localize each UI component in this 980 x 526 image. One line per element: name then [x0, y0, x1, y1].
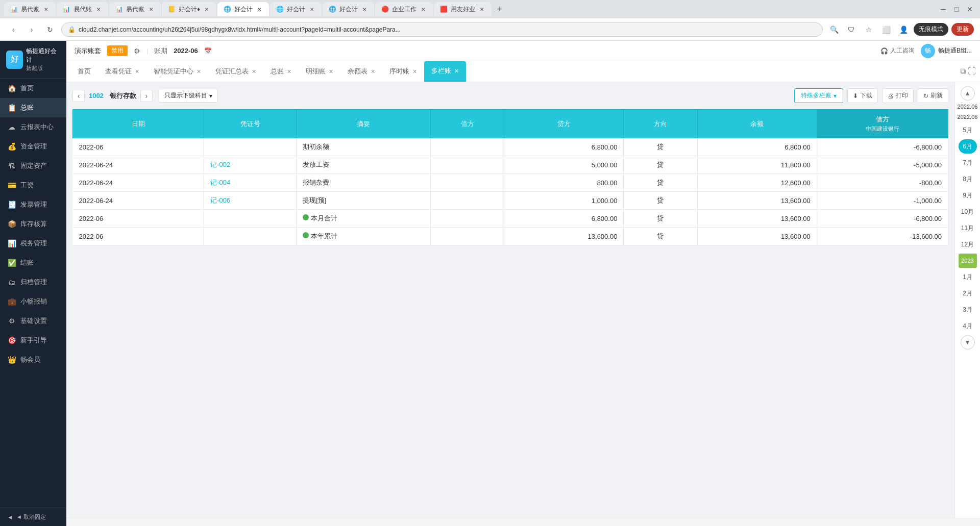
month-5-button[interactable]: 5月	[959, 123, 977, 137]
tab-balance-close[interactable]: ✕	[371, 68, 375, 75]
tab-voucher-close[interactable]: ✕	[135, 68, 139, 75]
maximize-button[interactable]: □	[950, 3, 963, 15]
cell-voucher-3[interactable]: 记-006	[204, 192, 297, 210]
shield-icon[interactable]: 🛡	[844, 22, 859, 37]
sidebar-item-guide[interactable]: 🎯 新手引导	[0, 331, 66, 350]
tab-close-0[interactable]: ✕	[42, 6, 50, 13]
next-subject-button[interactable]: ›	[140, 90, 153, 102]
month-9-button[interactable]: 9月	[959, 188, 977, 203]
month-8-button[interactable]: 8月	[959, 172, 977, 186]
sidebar-item-ledger[interactable]: 📋 总账	[0, 98, 66, 117]
month-7-button[interactable]: 7月	[959, 156, 977, 170]
tab-close-2[interactable]: ✕	[148, 6, 155, 13]
extensions-icon[interactable]: ⬜	[879, 22, 893, 37]
sidebar-item-fund[interactable]: 💰 资金管理	[0, 137, 66, 156]
sidebar-item-member[interactable]: 👑 畅会员	[0, 350, 66, 369]
refresh-button[interactable]: ↻ 刷新	[918, 88, 948, 103]
forward-button[interactable]: ›	[24, 22, 39, 37]
month-10-button[interactable]: 10月	[959, 205, 977, 219]
month-12-button[interactable]: 12月	[959, 237, 977, 252]
user-profile-icon[interactable]: 👤	[896, 22, 911, 37]
browser-tab-6[interactable]: 🌐 好会计 ✕	[323, 2, 374, 16]
sidebar-item-assets[interactable]: 🏗 固定资产	[0, 156, 66, 176]
print-button[interactable]: 🖨 打印	[882, 88, 914, 103]
browser-tab-0[interactable]: 📊 易代账 ✕	[4, 2, 56, 16]
minimize-button[interactable]: ─	[937, 3, 949, 15]
tab-close-7[interactable]: ✕	[420, 6, 427, 13]
voucher-link-1[interactable]: 记-002	[210, 161, 230, 168]
tab-summary-close[interactable]: ✕	[252, 68, 256, 75]
reload-button[interactable]: ↻	[43, 22, 57, 37]
back-button[interactable]: ‹	[6, 22, 20, 37]
special-multicolumn-button[interactable]: 特殊多栏账 ▾	[794, 88, 843, 103]
tab-balance[interactable]: 余额表 ✕	[340, 62, 382, 81]
tab-detail[interactable]: 明细账 ✕	[299, 62, 340, 81]
tab-voucher[interactable]: 查看凭证 ✕	[98, 62, 146, 81]
sidebar-item-expense[interactable]: 💼 小畅报销	[0, 292, 66, 311]
month-2-button[interactable]: 2月	[959, 286, 977, 300]
tab-close-1[interactable]: ✕	[95, 6, 102, 13]
tab-collapse-button[interactable]: ⧉	[960, 67, 966, 76]
browser-tab-4[interactable]: 🌐 好会计 ✕	[217, 2, 269, 16]
new-tab-button[interactable]: +	[493, 2, 507, 16]
month-3-button[interactable]: 3月	[959, 303, 977, 317]
browser-tab-1[interactable]: 📊 易代账 ✕	[57, 2, 108, 16]
browser-tab-7[interactable]: 🔴 企业工作 ✕	[375, 2, 433, 16]
tab-home[interactable]: 首页	[70, 62, 98, 81]
tab-close-4[interactable]: ✕	[256, 6, 263, 13]
tab-general-close[interactable]: ✕	[287, 68, 291, 75]
tab-sequence[interactable]: 序时账 ✕	[382, 62, 424, 81]
sidebar-item-invoice[interactable]: 🧾 发票管理	[0, 195, 66, 214]
month-4-button[interactable]: 4月	[959, 319, 977, 333]
browser-tab-5[interactable]: 🌐 好会计 ✕	[270, 2, 322, 16]
filter-select[interactable]: 只显示下级科目 ▾	[159, 89, 218, 103]
wuhen-button[interactable]: 无痕模式	[914, 23, 948, 36]
browser-tab-8[interactable]: 🟥 用友好业 ✕	[434, 2, 492, 16]
tab-close-5[interactable]: ✕	[308, 6, 315, 13]
tab-smart-close[interactable]: ✕	[197, 68, 201, 75]
url-bar[interactable]: 🔒 cloud2.chanjet.com/accounting/uh26t264…	[61, 22, 823, 37]
tab-smart-voucher[interactable]: 智能凭证中心 ✕	[146, 62, 208, 81]
cell-voucher-1[interactable]: 记-002	[204, 156, 297, 174]
search-icon[interactable]: 🔍	[827, 22, 841, 37]
tab-close-8[interactable]: ✕	[478, 6, 485, 13]
voucher-link-3[interactable]: 记-006	[210, 196, 230, 204]
month-6-button[interactable]: 6月	[959, 139, 977, 154]
demo-badge[interactable]: 禁用	[107, 45, 128, 56]
tab-voucher-summary[interactable]: 凭证汇总表 ✕	[208, 62, 263, 81]
tab-detail-close[interactable]: ✕	[329, 68, 333, 75]
browser-tab-3[interactable]: 📒 好会计♦ ✕	[162, 2, 216, 16]
star-icon[interactable]: ☆	[862, 22, 876, 37]
voucher-link-2[interactable]: 记-004	[210, 179, 230, 186]
tab-close-3[interactable]: ✕	[203, 6, 210, 13]
sidebar-item-close[interactable]: ✅ 结账	[0, 253, 66, 272]
download-button[interactable]: ⬇ 下载	[847, 88, 878, 103]
tab-expand-button[interactable]: ⛶	[968, 67, 976, 76]
bottom-scrollbar[interactable]	[66, 518, 980, 526]
sidebar-item-settings[interactable]: ⚙ 基础设置	[0, 311, 66, 331]
sidebar-footer[interactable]: ◄ ◄ 取消固定	[0, 508, 66, 526]
sidebar-item-home[interactable]: 🏠 首页	[0, 79, 66, 98]
settings-btn[interactable]: ⚙	[134, 47, 140, 55]
tab-general-ledger[interactable]: 总账 ✕	[263, 62, 299, 81]
month-1-button[interactable]: 1月	[959, 270, 977, 284]
sidebar-item-tax[interactable]: 📊 税务管理	[0, 234, 66, 253]
user-info[interactable]: 畅 畅捷通B组...	[921, 44, 972, 58]
tab-multi-close[interactable]: ✕	[454, 68, 459, 74]
tab-close-6[interactable]: ✕	[361, 6, 368, 13]
scroll-up-button[interactable]: ▲	[961, 86, 975, 101]
scroll-down-button[interactable]: ▼	[961, 335, 975, 349]
consult-button[interactable]: 🎧 人工咨询	[880, 46, 915, 55]
close-button[interactable]: ✕	[964, 3, 976, 15]
tab-sequence-close[interactable]: ✕	[412, 68, 417, 75]
sidebar-item-report[interactable]: ☁ 云报表中心	[0, 117, 66, 137]
calendar-icon[interactable]: 📅	[204, 47, 212, 55]
tab-multi-column[interactable]: 多栏账 ✕	[424, 61, 466, 82]
sidebar-item-stock[interactable]: 📦 库存核算	[0, 214, 66, 234]
browser-tab-2[interactable]: 📊 易代账 ✕	[109, 2, 161, 16]
prev-subject-button[interactable]: ‹	[72, 90, 85, 102]
cell-voucher-2[interactable]: 记-004	[204, 174, 297, 192]
month-11-button[interactable]: 11月	[959, 221, 977, 235]
sidebar-item-archive[interactable]: 🗂 归档管理	[0, 272, 66, 292]
sidebar-item-salary[interactable]: 💳 工资	[0, 176, 66, 195]
